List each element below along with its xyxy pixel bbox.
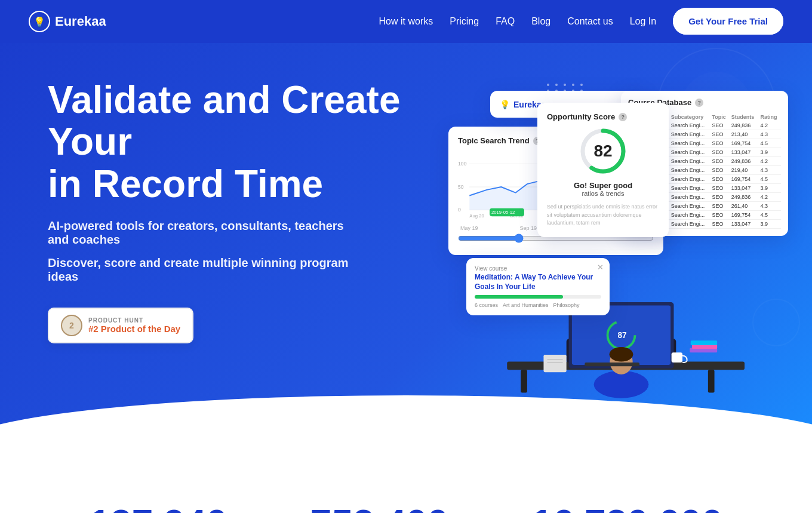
product-hunt-badge[interactable]: 2 PRODUCT HUNT #2 Product of the Day bbox=[48, 308, 193, 343]
vc-stats: 6 courses Art and Humanities Philosophy bbox=[475, 302, 601, 308]
navbar: 💡 Eurekaa How it works Pricing FAQ Blog … bbox=[0, 0, 812, 43]
stat-1: 137,940 bbox=[90, 502, 227, 513]
nav-faq[interactable]: FAQ bbox=[496, 16, 515, 26]
opportunity-card-title: Opportunity Score ? bbox=[547, 112, 659, 121]
hero-title: Validate and Create Your in Record Time bbox=[48, 79, 448, 205]
opp-score-circle: 82 bbox=[579, 127, 627, 175]
logo-text: Eurekaa bbox=[55, 14, 106, 29]
nav-contact[interactable]: Contact us bbox=[567, 16, 613, 26]
svg-text:100: 100 bbox=[458, 161, 467, 167]
nav-pricing[interactable]: Pricing bbox=[450, 16, 479, 26]
vc-close-button[interactable]: ✕ bbox=[597, 263, 604, 272]
stat-2: 752,400 bbox=[310, 502, 448, 513]
hero-section: Validate and Create Your in Record Time … bbox=[0, 0, 812, 466]
svg-rect-28 bbox=[691, 340, 717, 345]
ph-text: PRODUCT HUNT #2 Product of the Day bbox=[88, 317, 180, 334]
eurekaa-icon: 💡 bbox=[500, 100, 510, 109]
hero-subtitle: AI-powered tools for creators, consultan… bbox=[48, 219, 358, 247]
db-col-topic: Topic bbox=[710, 113, 729, 121]
card-opportunity: Opportunity Score ? 82 Go! Super good ra… bbox=[537, 103, 669, 237]
nav-links: How it works Pricing FAQ Blog Contact us… bbox=[379, 16, 783, 27]
svg-text:87: 87 bbox=[617, 331, 627, 340]
svg-text:Aug 20: Aug 20 bbox=[469, 213, 484, 219]
stat-num-1: 137,940 bbox=[90, 502, 227, 513]
cta-button[interactable]: Get Your Free Trial bbox=[673, 8, 783, 35]
opp-lorem: Sed ut perspiciatis unde omnis iste natu… bbox=[547, 203, 659, 228]
stats-section: 137,940 752,400 16,720,000 bbox=[0, 466, 812, 513]
db-col-rating: Rating bbox=[759, 113, 781, 121]
svg-rect-17 bbox=[708, 370, 715, 392]
hero-visual: 💡 Eurekaa ≡ Topic Search Trend ? 100 50 … bbox=[448, 91, 776, 389]
svg-rect-16 bbox=[521, 370, 527, 392]
stat-num-2: 752,400 bbox=[310, 502, 448, 513]
svg-rect-30 bbox=[585, 363, 639, 366]
hero-desc: Discover, score and create multiple winn… bbox=[48, 256, 358, 284]
svg-point-23 bbox=[594, 371, 649, 398]
nav-how-it-works[interactable]: How it works bbox=[379, 16, 433, 26]
vc-progress-bar bbox=[475, 295, 563, 299]
svg-text:2019-05-12: 2019-05-12 bbox=[491, 210, 515, 215]
svg-rect-31 bbox=[543, 355, 566, 372]
nav-login[interactable]: Log In bbox=[630, 16, 656, 26]
logo[interactable]: 💡 Eurekaa bbox=[29, 11, 106, 32]
logo-icon: 💡 bbox=[29, 11, 50, 32]
stat-3: 16,720,000 bbox=[531, 502, 722, 513]
db-col-sub: Subcategory bbox=[669, 113, 710, 121]
ph-medal: 2 bbox=[61, 315, 82, 336]
db-info-icon: ? bbox=[695, 99, 703, 107]
vc-progress-bar-bg bbox=[475, 295, 601, 299]
svg-text:50: 50 bbox=[458, 184, 464, 190]
svg-text:0: 0 bbox=[458, 207, 461, 213]
hero-text: Validate and Create Your in Record Time … bbox=[48, 79, 448, 343]
stat-num-3: 16,720,000 bbox=[531, 502, 722, 513]
db-col-students: Students bbox=[730, 113, 759, 121]
svg-point-25 bbox=[610, 347, 633, 361]
nav-blog[interactable]: Blog bbox=[531, 16, 550, 26]
svg-rect-29 bbox=[672, 352, 682, 363]
card-viewcourse: ✕ View course Meditation: A Way To Achie… bbox=[466, 258, 610, 315]
opp-info-icon: ? bbox=[619, 113, 627, 121]
